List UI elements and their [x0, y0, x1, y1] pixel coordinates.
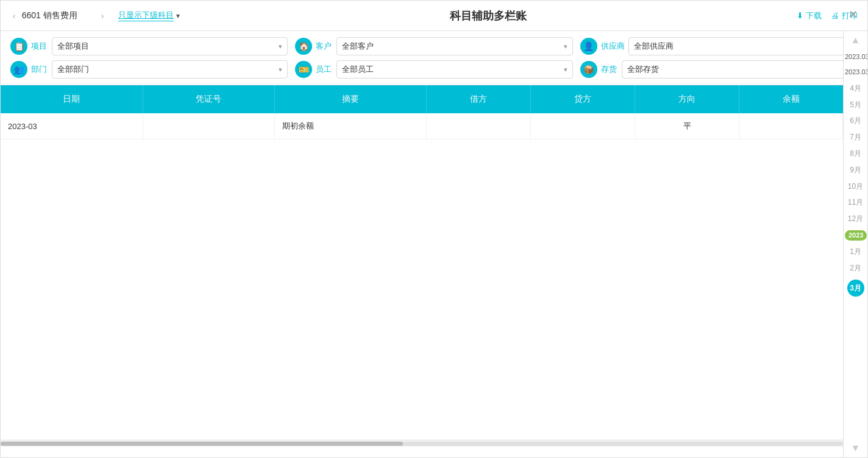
filter-row-1: 📋 项目 全部项目 ▾ 🏠 客户 全部客户 ▾ 👤 供应商	[10, 37, 858, 55]
filter-employee: 🎫 员工 全部员工 ▾	[295, 60, 572, 79]
col-voucher: 凭证号	[143, 85, 274, 113]
employee-arrow-icon: ▾	[564, 66, 567, 74]
timeline-item-2023-03-period2[interactable]: 2023.03	[844, 65, 867, 80]
active-month-circle: 3月	[847, 280, 864, 297]
col-summary: 摘要	[275, 85, 427, 113]
timeline-scroll-up-button[interactable]: ▲	[844, 31, 867, 49]
inventory-label: 存货	[601, 64, 618, 75]
customer-select[interactable]: 全部客户 ▾	[336, 37, 572, 55]
filter-customer: 🏠 客户 全部客户 ▾	[295, 37, 572, 55]
timeline-item-year-2023[interactable]: 2023	[844, 227, 867, 244]
close-button[interactable]: ✕	[848, 8, 858, 21]
supplier-icon: 👤	[580, 38, 597, 55]
show-sub-toggle[interactable]: 只显示下级科目 ▾	[118, 10, 180, 21]
cell-date: 2023-03	[1, 113, 143, 139]
header-bar: ‹ 6601 销售费用 › 只显示下级科目 ▾ 科目辅助多栏账 ⬇ 下载 🖨 打…	[1, 1, 867, 31]
print-icon: 🖨	[831, 11, 839, 20]
timeline-item-6[interactable]: 6月	[844, 113, 867, 129]
employee-select[interactable]: 全部员工 ▾	[336, 60, 572, 79]
employee-label: 员工	[316, 64, 333, 75]
col-debit: 借方	[426, 85, 530, 113]
timeline-item-1[interactable]: 1月	[844, 244, 867, 260]
filter-supplier: 👤 供应商 全部供应商 ▾	[580, 37, 858, 55]
cell-debit	[426, 113, 530, 139]
col-credit: 贷方	[531, 85, 635, 113]
department-value: 全部部门	[57, 64, 89, 75]
next-account-button[interactable]: ›	[99, 10, 107, 22]
year-badge: 2023	[845, 230, 867, 241]
timeline-item-2[interactable]: 2月	[844, 260, 867, 277]
table-wrapper[interactable]: 日期 凭证号 摘要 借方 贷方 方向 余额 2023-03 期初余额	[1, 85, 843, 440]
employee-value: 全部员工	[342, 64, 374, 75]
cell-balance	[739, 113, 843, 139]
timeline-item-9[interactable]: 9月	[844, 162, 867, 178]
scrollbar-thumb[interactable]	[1, 442, 403, 446]
download-button[interactable]: ⬇ 下载	[797, 10, 822, 21]
supplier-select[interactable]: 全部供应商 ▾	[628, 37, 858, 55]
cell-voucher	[143, 113, 274, 139]
customer-icon: 🏠	[295, 38, 312, 55]
department-label: 部门	[31, 64, 48, 75]
account-code-name: 6601 销售费用	[22, 10, 95, 21]
filter-inventory: 📦 存货 全部存货 ▾	[580, 60, 858, 79]
scrollbar-track	[1, 442, 843, 446]
customer-label: 客户	[316, 41, 333, 52]
timeline-item-2023-03-period1[interactable]: 2023.03	[844, 49, 867, 65]
filter-project: 📋 项目 全部项目 ▾	[10, 37, 288, 55]
timeline-item-11[interactable]: 11月	[844, 194, 867, 211]
timeline-item-10[interactable]: 10月	[844, 178, 867, 195]
project-arrow-icon: ▾	[279, 43, 282, 51]
filter-row-2: 👥 部门 全部部门 ▾ 🎫 员工 全部员工 ▾ 📦 存货	[10, 60, 858, 79]
project-value: 全部项目	[57, 41, 89, 52]
col-direction: 方向	[635, 85, 739, 113]
timeline-item-4[interactable]: 4月	[844, 80, 867, 97]
table-row: 2023-03 期初余额 平	[1, 113, 843, 139]
timeline-item-8[interactable]: 8月	[844, 146, 867, 162]
timeline-panel: ▲ 2023.03 2023.03 4月 5月 6月 7月 8月 9月 10月 …	[843, 31, 867, 457]
filter-department: 👥 部门 全部部门 ▾	[10, 60, 288, 79]
inventory-select[interactable]: 全部存货 ▾	[622, 60, 858, 79]
main-window: ✕ ‹ 6601 销售费用 › 只显示下级科目 ▾ 科目辅助多栏账 ⬇ 下载 🖨…	[0, 0, 868, 458]
timeline-item-12[interactable]: 12月	[844, 211, 867, 227]
inventory-value: 全部存货	[627, 64, 659, 75]
horizontal-scrollbar[interactable]	[1, 440, 843, 447]
supplier-value: 全部供应商	[634, 41, 674, 52]
cell-credit	[531, 113, 635, 139]
table-header-row: 日期 凭证号 摘要 借方 贷方 方向 余额	[1, 85, 843, 113]
department-select[interactable]: 全部部门 ▾	[52, 60, 288, 79]
ledger-table: 日期 凭证号 摘要 借方 贷方 方向 余额 2023-03 期初余额	[1, 85, 843, 139]
employee-icon: 🎫	[295, 61, 312, 78]
project-label: 项目	[31, 41, 48, 52]
cell-summary: 期初余额	[275, 113, 427, 139]
col-balance: 余额	[739, 85, 843, 113]
show-sub-label: 只显示下级科目	[118, 10, 174, 21]
download-icon: ⬇	[797, 11, 803, 20]
timeline-scroll-down-button[interactable]: ▼	[844, 439, 867, 457]
col-date: 日期	[1, 85, 143, 113]
download-label: 下载	[806, 10, 822, 21]
timeline-item-5[interactable]: 5月	[844, 97, 867, 113]
content-area: 日期 凭证号 摘要 借方 贷方 方向 余额 2023-03 期初余额	[1, 85, 867, 458]
cell-direction: 平	[635, 113, 739, 139]
page-title: 科目辅助多栏账	[180, 9, 797, 23]
supplier-label: 供应商	[601, 41, 625, 52]
prev-account-button[interactable]: ‹	[10, 10, 18, 22]
inventory-icon: 📦	[580, 61, 597, 78]
project-icon: 📋	[10, 38, 27, 55]
customer-arrow-icon: ▾	[564, 43, 567, 51]
timeline-item-3-active[interactable]: 3月	[844, 277, 867, 300]
timeline-item-7[interactable]: 7月	[844, 129, 867, 146]
customer-value: 全部客户	[342, 41, 374, 52]
filter-section: 📋 项目 全部项目 ▾ 🏠 客户 全部客户 ▾ 👤 供应商	[1, 31, 867, 85]
project-select[interactable]: 全部项目 ▾	[52, 37, 288, 55]
department-arrow-icon: ▾	[279, 66, 282, 74]
department-icon: 👥	[10, 61, 27, 78]
account-nav: ‹ 6601 销售费用 ›	[10, 10, 106, 22]
